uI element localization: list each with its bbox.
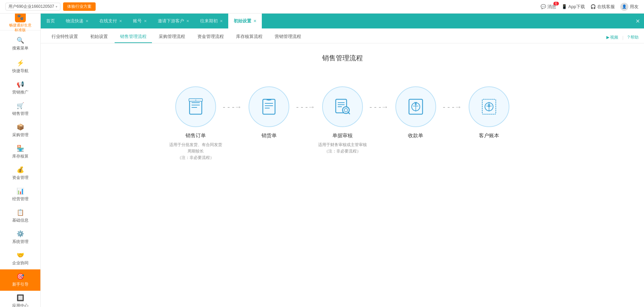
search-menu-button[interactable]: 🔍 搜索菜单 <box>3 33 38 55</box>
flow-title-sales_order: 销售订单 <box>186 132 206 139</box>
nav-tab-init[interactable]: 初始设置✕ <box>228 14 262 28</box>
svg-point-10 <box>268 99 270 101</box>
nav-tab-logistics[interactable]: 物流快递✕ <box>60 14 94 28</box>
flow-title-receipt: 收款单 <box>408 132 423 139</box>
flow-step-doc_review[interactable]: 单据审核适用于财务审核或主管审核（注：非必要流程） <box>315 86 370 155</box>
flow-arrow-2: - - -→ <box>296 86 315 111</box>
sub-tab-right-video[interactable]: ▶视频 <box>606 35 618 40</box>
nav-tab-payment[interactable]: 在线支付✕ <box>94 14 128 28</box>
purchase-icon: 📦 <box>17 123 24 131</box>
flow-circle-sales_invoice <box>249 86 289 127</box>
sub-tab-industry[interactable]: 行业特性设置 <box>46 31 83 43</box>
sub-tab-inventory_flow[interactable]: 库存核算流程 <box>231 31 268 43</box>
user-menu-button[interactable]: 👤 用友 <box>620 3 639 11</box>
sidebar-item-purchase[interactable]: 📦采购管理 <box>0 120 40 141</box>
sidebar-item-newguide[interactable]: 🎯新手引导 <box>0 269 40 291</box>
sub-tab-sales_flow[interactable]: 销售管理流程 <box>115 31 152 43</box>
nav-tab-account[interactable]: 账号✕ <box>128 14 152 28</box>
nav-tab-period[interactable]: 往来期初✕ <box>195 14 228 28</box>
sub-tab-fund_flow[interactable]: 资金管理流程 <box>192 31 229 43</box>
service-button[interactable]: 🎧 在线客服 <box>590 4 615 10</box>
flow-arrow-3: - - -→ <box>370 86 389 111</box>
sidebar-item-appcenter[interactable]: 🔲应用中心 <box>0 291 40 307</box>
svg-rect-6 <box>263 99 275 114</box>
sidebar-item-enterprise[interactable]: 🤝企业协同 <box>0 248 40 269</box>
marketing-icon: 📢 <box>17 81 24 88</box>
sidebar-item-finance[interactable]: 💰资金管理 <box>0 163 40 184</box>
content-area: 首页物流快递✕在线支付✕账号✕邀请下游客户✕往来期初✕初始设置✕✕ 行业特性设置… <box>41 14 644 307</box>
operations-icon: 📊 <box>17 187 24 195</box>
chevron-down-icon: ▾ <box>56 5 57 8</box>
close-tab-invite-icon[interactable]: ✕ <box>186 19 189 23</box>
nav-items: ⚡快捷导航📢营销推广🛒销售管理📦采购管理🏪库存核算💰资金管理📊经营管理📋基础信息… <box>0 56 40 307</box>
newguide-icon: 🎯 <box>17 273 24 280</box>
flow-step-sales_order[interactable]: ≡ 销售订单适用于分批发货、有合同发货周期较长（注：非必要流程） <box>169 86 223 161</box>
sidebar-item-inventory[interactable]: 🏪库存核算 <box>0 141 40 163</box>
nav-tabs: 首页物流快递✕在线支付✕账号✕邀请下游客户✕往来期初✕初始设置✕✕ <box>41 14 644 28</box>
flow-desc-sales_order: 适用于分批发货、有合同发货周期较长（注：非必要流程） <box>169 142 223 161</box>
appcenter-icon: 🔲 <box>17 294 24 302</box>
messages-badge: 6 <box>553 2 559 5</box>
sub-tab-right-help[interactable]: ?帮助 <box>627 35 639 40</box>
flow-step-sales_invoice[interactable]: 销货单 <box>242 86 296 142</box>
enterprise-icon: 🤝 <box>17 251 24 259</box>
app-icon: 📱 <box>562 4 567 9</box>
sidebar-search-section: 🔍 搜索菜单 <box>0 30 40 56</box>
avatar: 👤 <box>620 3 628 11</box>
flow-circle-doc_review <box>322 86 363 127</box>
sub-tabs: 行业特性设置初始设置销售管理流程采购管理流程资金管理流程库存核算流程营销管理流程… <box>41 28 644 43</box>
user-menu-label: 用友 <box>630 4 639 10</box>
top-bar: 用户690企业1660120507 ▾ 体验行业方案 💬 消息 6 📱 App下… <box>0 0 644 14</box>
service-label: 在线客服 <box>597 4 615 10</box>
close-tab-init-icon[interactable]: ✕ <box>253 19 256 23</box>
svg-text:≡: ≡ <box>195 99 196 101</box>
app-download-button[interactable]: 📱 App下载 <box>562 4 585 10</box>
flow-arrow-1: - - -→ <box>223 86 242 111</box>
separator: | <box>622 35 623 40</box>
flow-step-customer_ledger[interactable]: ¥ 客户账本 <box>462 86 516 142</box>
inventory-icon: 🏪 <box>17 145 24 152</box>
flow-circle-sales_order: ≡ <box>175 86 216 127</box>
nav-tab-home[interactable]: 首页 <box>41 14 60 28</box>
search-icon: 🔍 <box>17 37 24 44</box>
svg-line-16 <box>348 112 350 114</box>
close-all-tabs-button[interactable]: ✕ <box>631 14 644 28</box>
user-selector[interactable]: 用户690企业1660120507 ▾ <box>5 3 60 11</box>
app-label: App下载 <box>568 4 585 10</box>
close-tab-payment-icon[interactable]: ✕ <box>119 19 122 23</box>
base-icon: 📋 <box>17 209 24 216</box>
sidebar-logo: 🐾 畅捷通好生意 标准版 <box>0 14 40 30</box>
messages-button[interactable]: 💬 消息 6 <box>541 4 556 10</box>
sub-tab-marketing_flow[interactable]: 营销管理流程 <box>269 31 307 43</box>
close-tab-account-icon[interactable]: ✕ <box>144 19 147 23</box>
trial-button[interactable]: 体验行业方案 <box>63 2 96 11</box>
main-layout: 🐾 畅捷通好生意 标准版 🔍 搜索菜单 ⚡快捷导航📢营销推广🛒销售管理📦采购管理… <box>0 14 644 307</box>
sub-tabs-left: 行业特性设置初始设置销售管理流程采购管理流程资金管理流程库存核算流程营销管理流程 <box>46 31 307 43</box>
flow-circle-receipt: ¥ <box>395 86 436 127</box>
sidebar-item-sales[interactable]: 🛒销售管理 <box>0 99 40 120</box>
flow-desc-doc_review: 适用于财务审核或主管审核（注：非必要流程） <box>318 142 367 155</box>
nav-tab-invite[interactable]: 邀请下游客户✕ <box>152 14 195 28</box>
sidebar-item-base[interactable]: 📋基础信息 <box>0 205 40 227</box>
flow-title-doc_review: 单据审核 <box>332 132 353 139</box>
logo-icon: 🐾 <box>15 14 26 22</box>
close-tab-logistics-icon[interactable]: ✕ <box>85 19 89 23</box>
close-tab-period-icon[interactable]: ✕ <box>220 19 223 23</box>
sidebar-item-quicknav[interactable]: ⚡快捷导航 <box>0 56 40 77</box>
user-label: 用户690企业1660120507 <box>8 4 54 9</box>
flow-title-customer_ledger: 客户账本 <box>479 132 499 139</box>
sub-tab-init[interactable]: 初始设置 <box>85 31 113 43</box>
top-bar-right: 💬 消息 6 📱 App下载 🎧 在线客服 👤 用友 <box>541 3 639 11</box>
flow-step-receipt[interactable]: ¥ 收款单 <box>389 86 443 142</box>
sales-icon: 🛒 <box>17 102 24 109</box>
message-icon: 💬 <box>541 4 546 9</box>
flow-arrow-4: - - -→ <box>443 86 462 111</box>
sidebar-item-marketing[interactable]: 📢营销推广 <box>0 77 40 99</box>
top-bar-left: 用户690企业1660120507 ▾ 体验行业方案 <box>5 2 96 11</box>
sidebar: 🐾 畅捷通好生意 标准版 🔍 搜索菜单 ⚡快捷导航📢营销推广🛒销售管理📦采购管理… <box>0 14 41 307</box>
sidebar-item-system[interactable]: ⚙️系统管理 <box>0 227 40 248</box>
quicknav-icon: ⚡ <box>17 59 24 67</box>
flow-diagram: ≡ 销售订单适用于分批发货、有合同发货周期较长（注：非必要流程）- - -→ 销… <box>47 80 637 168</box>
sidebar-item-operations[interactable]: 📊经营管理 <box>0 184 40 205</box>
sub-tab-purchase_flow[interactable]: 采购管理流程 <box>153 31 191 43</box>
